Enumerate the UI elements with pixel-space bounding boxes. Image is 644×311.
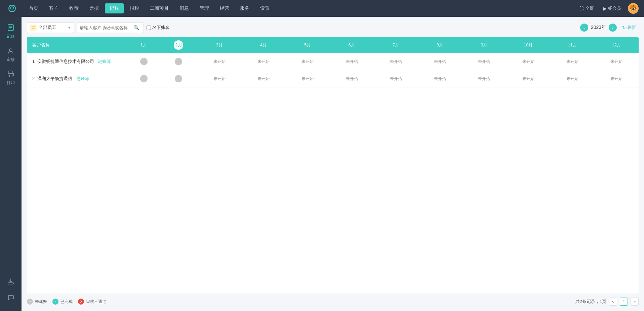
year-navigation: ‹ 2023年 › — [580, 24, 617, 32]
nav-service[interactable]: 服务 — [235, 3, 254, 13]
table-row: 1 安徽畅捷通信息技术有限公司 进账簿 ——未开始未开始未开始未开始未开始未开始… — [27, 53, 639, 70]
nav-home[interactable]: 首页 — [24, 3, 43, 13]
toolbar: 🏷 全部员工 ▼ 🔍 名下账套 ‹ 2023年 › ↻ 刷新 — [27, 22, 639, 33]
month-cell-0-9: 未开始 — [506, 53, 550, 70]
prev-year-button[interactable]: ‹ — [580, 24, 588, 32]
svg-point-5 — [9, 49, 12, 51]
status-dash-icon: — — [175, 75, 182, 82]
month-cell-0-5: 未开始 — [330, 53, 374, 70]
month-cell-1-4: 未开始 — [286, 70, 330, 87]
col-apr: 4月 — [241, 37, 285, 53]
not-started-label: 未开始 — [257, 59, 270, 64]
chat-icon — [5, 293, 17, 302]
not-started-label: 未开始 — [434, 59, 446, 64]
play-icon: ▶ — [603, 6, 607, 11]
nav-menu: 首页 客户 收费 票据 记账 报税 工商项目 消息 管理 经营 服务 设置 — [24, 3, 577, 13]
month-cell-0-7: 未开始 — [418, 53, 462, 70]
pagination-total: 共2条记录，1页 — [575, 299, 606, 305]
month-cell-0-4: 未开始 — [286, 53, 330, 70]
col-jun: 6月 — [330, 37, 374, 53]
col-jul: 7月 — [374, 37, 418, 53]
employee-select[interactable]: 🏷 全部员工 ▼ — [27, 22, 74, 33]
sidebar-item-bookkeeping-label: 记账 — [7, 34, 15, 39]
not-started-label: 未开始 — [301, 76, 314, 81]
sidebar-bottom — [5, 273, 17, 306]
nav-customer[interactable]: 客户 — [44, 3, 63, 13]
customer-num: 1 — [32, 59, 35, 64]
enter-ledger-link[interactable]: 进账簿 — [98, 59, 111, 64]
month-cell-0-11: 未开始 — [595, 53, 639, 70]
month-cell-0-3: 未开始 — [241, 53, 285, 70]
col-feb: 2月 — [160, 37, 197, 53]
month-cell-1-3: 未开始 — [241, 70, 285, 87]
nav-fee[interactable]: 收费 — [65, 3, 83, 13]
search-input[interactable] — [80, 25, 133, 30]
nav-business[interactable]: 工商项目 — [145, 3, 173, 13]
not-started-label: 未开始 — [566, 76, 578, 81]
month-cell-1-10: 未开始 — [550, 70, 594, 87]
audit-icon — [5, 46, 17, 55]
not-started-label: 未开始 — [390, 76, 402, 81]
month-cell-1-0: — — [128, 70, 160, 87]
nav-right-actions: ⛶ 全屏 ▶ 畅会员 🐯 — [577, 3, 639, 14]
member-button[interactable]: ▶ 畅会员 — [601, 4, 624, 13]
sidebar: 记账 审核 打印 — [0, 17, 22, 311]
not-started-label: 未开始 — [213, 76, 226, 81]
data-table-container: 客户名称 1月 2月 3月 4月 5月 6月 7月 8月 9月 10月 11月 … — [27, 37, 639, 294]
rejected-label: 审核不通过 — [86, 299, 106, 305]
nav-management[interactable]: 管理 — [195, 3, 214, 13]
month-cell-1-2: 未开始 — [197, 70, 241, 87]
not-started-label: 未开始 — [257, 76, 270, 81]
not-started-label: 未开始 — [522, 76, 534, 81]
data-table: 客户名称 1月 2月 3月 4月 5月 6月 7月 8月 9月 10月 11月 … — [27, 37, 639, 87]
search-box: 🔍 — [77, 22, 144, 33]
not-started-label: 未开始 — [478, 59, 490, 64]
status-dash-icon: — — [175, 58, 182, 65]
completed-label: 已完成 — [61, 299, 73, 305]
sidebar-item-bookkeeping[interactable]: 记账 — [0, 20, 22, 43]
nav-settings[interactable]: 设置 — [255, 3, 274, 13]
col-dec: 12月 — [595, 37, 639, 53]
not-started-label: 未开始 — [346, 76, 358, 81]
nav-tax[interactable]: 报税 — [125, 3, 144, 13]
fullscreen-button[interactable]: ⛶ 全屏 — [577, 4, 597, 13]
logo — [5, 2, 19, 15]
not-started-label: 未开始 — [478, 76, 490, 81]
col-aug: 8月 — [418, 37, 462, 53]
sidebar-item-audit[interactable]: 审核 — [0, 43, 22, 66]
col-mar: 3月 — [197, 37, 241, 53]
sidebar-item-audit-label: 审核 — [7, 57, 15, 63]
sidebar-chat[interactable] — [5, 289, 17, 306]
enter-ledger-link[interactable]: 进账簿 — [76, 76, 89, 81]
sidebar-item-print[interactable]: 打印 — [0, 66, 22, 89]
legend-not-created: — 未建账 — [27, 299, 47, 305]
not-started-label: 未开始 — [213, 59, 226, 64]
my-accounts-checkbox[interactable]: 名下账套 — [147, 25, 170, 31]
col-may: 5月 — [286, 37, 330, 53]
month-cell-1-8: 未开始 — [462, 70, 506, 87]
month-cell-0-6: 未开始 — [374, 53, 418, 70]
refresh-label: 刷新 — [627, 25, 636, 31]
nav-invoice[interactable]: 票据 — [85, 3, 104, 13]
next-page-button[interactable]: > — [631, 298, 639, 306]
nav-operations[interactable]: 经营 — [215, 3, 234, 13]
sidebar-download[interactable] — [5, 273, 17, 289]
my-accounts-checkbox-input[interactable] — [147, 26, 151, 30]
search-icon[interactable]: 🔍 — [133, 25, 139, 30]
customer-name: 漠澜太平畅捷通信 — [37, 76, 72, 81]
next-year-button[interactable]: › — [609, 24, 617, 32]
refresh-button[interactable]: ↻ 刷新 — [619, 23, 639, 32]
footer: — 未建账 ✓ 已完成 ✕ 审核不通过 共2条记录，1页 < 1 > — [27, 294, 639, 306]
nav-message[interactable]: 消息 — [175, 3, 194, 13]
not-started-label: 未开始 — [434, 76, 446, 81]
legend-completed: ✓ 已完成 — [52, 299, 73, 305]
col-nov: 11月 — [550, 37, 594, 53]
prev-page-button[interactable]: < — [609, 298, 617, 306]
nav-bookkeeping[interactable]: 记账 — [105, 3, 124, 13]
fullscreen-icon: ⛶ — [579, 6, 584, 11]
avatar[interactable]: 🐯 — [628, 3, 639, 14]
employee-icon: 🏷 — [30, 25, 37, 31]
status-dash-icon: — — [140, 58, 148, 65]
bookkeeping-icon — [5, 23, 17, 32]
svg-rect-10 — [8, 283, 13, 284]
